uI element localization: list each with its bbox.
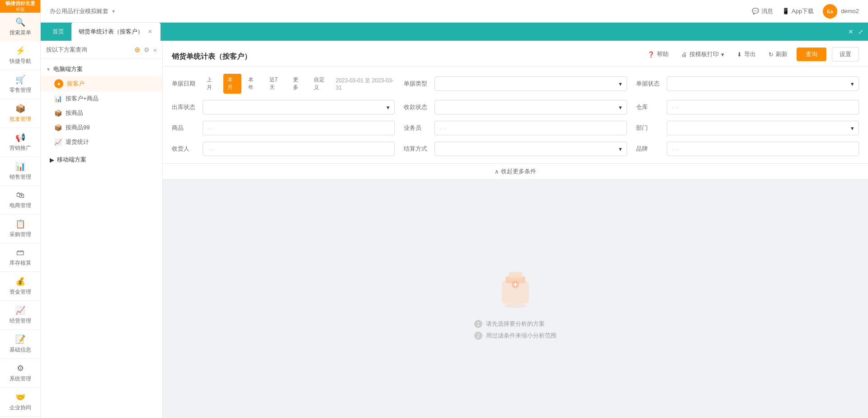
empty-tip-2: 2 用过滤条件来缩小分析范围 [474,332,557,340]
tree-item-icon: 📈 [54,138,62,146]
tree-item-by-customer[interactable]: ● 按客户 [41,76,162,91]
settings-btn[interactable]: ⚙ [144,46,150,53]
user-name: demo2 [841,8,859,14]
settlement-label: 结算方式 [404,145,431,153]
out-status-label: 出库状态 [172,103,199,111]
tab-bar: 首页 销货单统计表（按客户） ✕ ✕ ⤢ [41,23,868,41]
app-download-btn[interactable]: 📱 App下载 [782,7,814,15]
sidebar-item-sales[interactable]: 📊 销售管理 [0,157,41,186]
filter-order-type: 单据类型 ▾ [404,76,627,91]
sidebar: 畅捷信好生意 标版 🔍 搜索菜单 ⚡ 快捷导航 🛒 零售管理 📦 批发管理 📢 … [0,0,41,418]
dept-select[interactable]: ▾ [667,121,859,135]
sidebar-item-inventory[interactable]: 🗃 库存核算 [0,243,41,272]
help-label: 帮助 [657,50,669,58]
left-panel-header: 按以下方案查询 ⊕ ⚙ « [41,41,162,59]
settlement-select[interactable]: ▾ [434,142,627,156]
collapse-label: 收起更多条件 [501,167,536,176]
tab-expand-btn[interactable]: ⤢ [858,28,863,35]
order-status-select[interactable]: ▾ [667,76,859,91]
query-btn[interactable]: 查询 [797,48,826,61]
tree-item-by-product99[interactable]: 📦 按商品99 [41,120,162,135]
tip-num-1: 1 [474,320,482,328]
warehouse-select[interactable]: ··· [667,100,859,114]
filter-receipt-status: 收款状态 ▾ [404,100,627,114]
collapse-panel-btn[interactable]: « [153,46,157,53]
tab-close-btn[interactable]: ✕ [848,28,854,35]
filter-dept: 部门 ▾ [636,121,859,135]
export-btn[interactable]: ⬇ 导出 [733,48,760,60]
sidebar-item-system[interactable]: ⚙ 系统管理 [0,359,41,388]
receipt-status-select[interactable]: ▾ [434,100,627,114]
refresh-btn[interactable]: ↻ 刷新 [765,48,791,60]
date-btn-year[interactable]: 本年 [244,74,262,94]
sidebar-item-purchase[interactable]: 📋 采购管理 [0,214,41,243]
sidebar-item-ecommerce[interactable]: 🛍 电商管理 [0,186,41,214]
main-area: 办公用品行业模拟账套 ▾ 💬 消息 📱 App下载 Ea demo2 首页 [41,0,868,418]
header-left: 办公用品行业模拟账套 ▾ [50,7,115,15]
tree-item-return-stats[interactable]: 📈 退货统计 [41,135,162,149]
date-btn-more[interactable]: 更多 [289,74,307,94]
desktop-group-title[interactable]: ▼ 电脑端方案 [41,62,162,76]
sidebar-item-marketing[interactable]: 📢 营销推广 [0,128,41,157]
sidebar-item-label: 资金管理 [9,288,31,296]
sidebar-item-label: 营销推广 [9,144,31,152]
logo-subtitle: 标版 [16,6,25,13]
order-type-select[interactable]: ▾ [434,76,627,91]
message-btn[interactable]: 💬 消息 [752,7,773,15]
recipient-dots: ··· [208,146,215,152]
tree-item-by-product[interactable]: 📦 按商品 [41,106,162,120]
user-profile-btn[interactable]: Ea demo2 [823,4,859,19]
help-icon: ❓ [647,51,655,58]
date-btn-last-month[interactable]: 上月 [203,74,221,94]
template-print-btn[interactable]: 🖨 按模板打印 ▾ [678,48,728,60]
salesperson-dots: ··· [439,125,447,132]
tab-close-icon[interactable]: ✕ [147,28,153,36]
sidebar-item-search[interactable]: 🔍 搜索菜单 [0,13,41,41]
refresh-label: 刷新 [776,50,788,58]
date-btn-current-month[interactable]: 本月 [223,74,241,94]
settlement-dropdown-icon: ▾ [619,146,622,152]
page-header: 销货单统计表（按客户） ❓ 帮助 🖨 按模板打印 ▾ ⬇ 导出 [163,41,868,66]
sidebar-item-label: 经营管理 [9,317,31,325]
export-icon: ⬇ [737,51,742,58]
date-btn-7days[interactable]: 近7天 [265,74,286,94]
recipient-select[interactable]: ··· [203,142,395,156]
mobile-group-title[interactable]: ▶ 移动端方案 [41,153,162,166]
sidebar-item-retail[interactable]: 🛒 零售管理 [0,70,41,99]
sidebar-item-wholesale[interactable]: 📦 批发管理 [0,99,41,128]
filter-row-4: 收货人 ··· 结算方式 ▾ 品牌 [172,142,859,156]
recipient-label: 收货人 [172,145,199,153]
filter-warehouse: 仓库 ··· [636,100,859,114]
add-scheme-btn[interactable]: ⊕ [134,45,140,54]
brand-select[interactable]: ··· [667,142,859,156]
product-select[interactable]: ··· [203,121,395,135]
wholesale-icon: 📦 [15,104,25,114]
page-actions: ❓ 帮助 🖨 按模板打印 ▾ ⬇ 导出 ↻ 刷新 [644,47,859,66]
help-btn[interactable]: ❓ 帮助 [644,48,672,60]
out-status-select[interactable]: ▾ [203,100,395,114]
dept-dropdown-icon: ▾ [851,125,854,132]
warehouse-label: 仓库 [636,103,663,111]
sidebar-item-enterprise[interactable]: 🤝 企业协同 [0,388,41,417]
filter-area: 单据日期 上月 本月 本年 近7天 更多 自定义 2023-03-01 至 20… [163,66,868,164]
left-panel-header-label: 按以下方案查询 [46,46,87,54]
system-icon: ⚙ [17,363,24,373]
print-icon: 🖨 [681,51,687,58]
print-dropdown-icon: ▾ [721,51,724,58]
sidebar-item-operation[interactable]: 📈 经营管理 [0,301,41,330]
date-btn-custom[interactable]: 自定义 [310,74,333,94]
settings-btn[interactable]: 设置 [832,47,859,62]
header-dropdown-icon[interactable]: ▾ [112,8,115,14]
marketing-icon: 📢 [15,133,25,142]
sidebar-item-finance[interactable]: 💰 资金管理 [0,272,41,301]
tab-sales-stats[interactable]: 销货单统计表（按客户） ✕ [71,23,160,41]
salesperson-select[interactable]: ··· [434,121,627,135]
sidebar-item-label: 采购管理 [9,231,31,238]
filter-product: 商品 ··· [172,121,395,135]
tree-item-by-customer-product[interactable]: 📊 按客户+商品 [41,91,162,106]
receipt-status-label: 收款状态 [404,103,431,111]
sidebar-item-quick-nav[interactable]: ⚡ 快捷导航 [0,41,41,70]
tab-home[interactable]: 首页 [45,23,71,41]
sidebar-item-basic[interactable]: 📝 基础信息 [0,330,41,359]
collapse-btn[interactable]: ∧ 收起更多条件 [491,164,540,179]
